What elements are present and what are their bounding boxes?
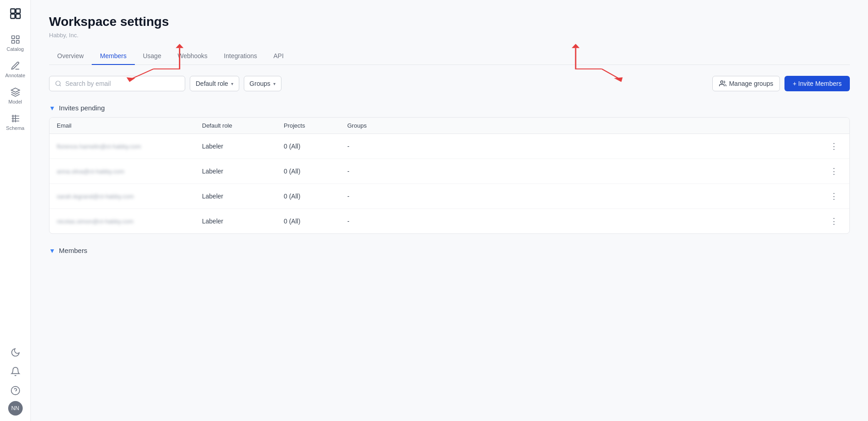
row4-groups: - — [347, 218, 411, 225]
svg-rect-1 — [16, 9, 20, 13]
svg-point-10 — [56, 81, 60, 85]
tab-members[interactable]: Members — [92, 48, 134, 65]
search-icon — [55, 80, 62, 87]
avatar-initials: NN — [11, 405, 19, 411]
table-header: Email Default role Projects Groups — [49, 118, 849, 134]
col-empty — [411, 122, 826, 129]
row3-role: Labeler — [202, 193, 284, 200]
sidebar-item-notifications[interactable] — [3, 363, 28, 380]
col-projects: Projects — [284, 122, 347, 129]
row1-role: Labeler — [202, 143, 284, 150]
user-avatar[interactable]: NN — [8, 401, 23, 416]
row4-email: nicolas.simon@ct-habby.com — [57, 218, 202, 225]
toolbar: Default role ▾ Groups ▾ Manage groups — [49, 76, 850, 91]
invites-pending-section-header[interactable]: ▼ Invites pending — [49, 104, 850, 112]
manage-groups-icon — [719, 80, 726, 87]
sidebar-item-model[interactable]: Model — [3, 84, 28, 108]
groups-label: Groups — [250, 80, 271, 87]
row2-more-button[interactable]: ⋮ — [826, 165, 842, 177]
sidebar-bottom: NN — [3, 344, 28, 416]
row3-email: sarah.legrand@ct-habby.com — [57, 193, 202, 200]
row1-groups: - — [347, 143, 411, 150]
sidebar: Catalog Annotate Model Schema — [0, 0, 31, 421]
row2-groups: - — [347, 168, 411, 175]
app-logo[interactable] — [7, 5, 24, 22]
svg-rect-7 — [16, 40, 19, 43]
sidebar-item-schema[interactable]: Schema — [3, 110, 28, 134]
col-default-role: Default role — [202, 122, 284, 129]
sidebar-item-catalog-label: Catalog — [7, 46, 24, 52]
row2-projects: 0 (All) — [284, 168, 347, 175]
chevron-down-icon: ▾ — [231, 81, 233, 86]
row1-email: florence.hamelin@ct-habby.com — [57, 143, 202, 150]
default-role-dropdown[interactable]: Default role ▾ — [190, 76, 239, 91]
default-role-label: Default role — [196, 80, 228, 87]
invite-label: + Invite Members — [793, 80, 842, 87]
main-content: Workspace settings Habby, Inc. Overview … — [31, 0, 868, 421]
svg-rect-4 — [11, 36, 14, 39]
table-row: nicolas.simon@ct-habby.com Labeler 0 (Al… — [49, 209, 849, 233]
tab-api[interactable]: API — [265, 48, 292, 65]
chevron-down-icon: ▼ — [49, 104, 55, 112]
table-row: sarah.legrand@ct-habby.com Labeler 0 (Al… — [49, 184, 849, 209]
sidebar-item-help[interactable] — [3, 382, 28, 399]
toolbar-right: Manage groups + Invite Members — [712, 76, 850, 91]
svg-rect-0 — [10, 9, 15, 13]
row4-more-button[interactable]: ⋮ — [826, 215, 842, 227]
workspace-name: Habby, Inc. — [49, 32, 850, 39]
svg-rect-3 — [16, 14, 20, 18]
sidebar-item-catalog[interactable]: Catalog — [3, 31, 28, 55]
row3-projects: 0 (All) — [284, 193, 347, 200]
manage-groups-button[interactable]: Manage groups — [712, 76, 780, 91]
row2-email: anna.silva@ct-habby.com — [57, 168, 202, 175]
invite-members-button[interactable]: + Invite Members — [784, 76, 850, 91]
search-input[interactable] — [65, 80, 179, 87]
sidebar-item-darkmode[interactable] — [3, 344, 28, 361]
svg-point-11 — [720, 81, 723, 83]
row4-projects: 0 (All) — [284, 218, 347, 225]
row4-role: Labeler — [202, 218, 284, 225]
svg-rect-2 — [10, 14, 15, 18]
row1-more-button[interactable]: ⋮ — [826, 140, 842, 152]
manage-groups-label: Manage groups — [729, 80, 773, 87]
row2-role: Labeler — [202, 168, 284, 175]
members-section-header[interactable]: ▼ Members — [49, 247, 850, 254]
invites-pending-table: Email Default role Projects Groups flore… — [49, 117, 850, 234]
col-groups: Groups — [347, 122, 411, 129]
invites-pending-title: Invites pending — [59, 104, 105, 112]
sidebar-item-annotate[interactable]: Annotate — [3, 57, 28, 82]
chevron-down-icon: ▼ — [49, 247, 55, 254]
search-box — [49, 76, 185, 91]
tab-integrations[interactable]: Integrations — [216, 48, 265, 65]
table-row: florence.hamelin@ct-habby.com Labeler 0 … — [49, 134, 849, 159]
table-row: anna.silva@ct-habby.com Labeler 0 (All) … — [49, 159, 849, 184]
page-title: Workspace settings — [49, 15, 850, 29]
tabs: Overview Members Usage Webhooks Integrat… — [49, 48, 850, 65]
sidebar-item-schema-label: Schema — [6, 125, 24, 131]
groups-dropdown[interactable]: Groups ▾ — [244, 76, 281, 91]
tab-overview[interactable]: Overview — [49, 48, 92, 65]
row3-more-button[interactable]: ⋮ — [826, 190, 842, 202]
svg-rect-6 — [11, 40, 14, 43]
col-email: Email — [57, 122, 202, 129]
tab-usage[interactable]: Usage — [135, 48, 169, 65]
row3-groups: - — [347, 193, 411, 200]
members-title: Members — [59, 247, 88, 254]
sidebar-item-model-label: Model — [9, 99, 22, 104]
row1-projects: 0 (All) — [284, 143, 347, 150]
svg-rect-5 — [16, 36, 19, 39]
sidebar-item-annotate-label: Annotate — [5, 73, 25, 78]
chevron-down-icon: ▾ — [273, 81, 276, 86]
tab-webhooks[interactable]: Webhooks — [169, 48, 216, 65]
svg-point-8 — [11, 386, 19, 395]
col-actions — [826, 122, 842, 129]
